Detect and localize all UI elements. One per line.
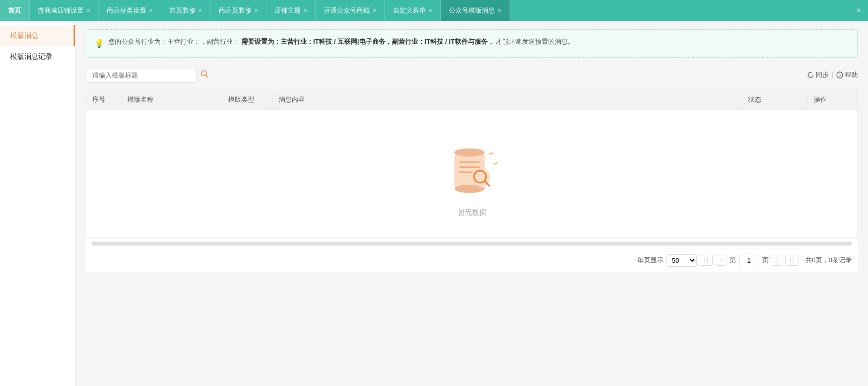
- page-first-button[interactable]: ⟨⟨: [700, 255, 713, 266]
- nav-tab-theme[interactable]: 店铺主题 ×: [266, 0, 316, 21]
- page-input[interactable]: [739, 255, 759, 266]
- nav-tab-theme-close[interactable]: ×: [304, 7, 307, 14]
- sidebar-item-template[interactable]: 模版消息: [0, 25, 75, 46]
- page-last-button[interactable]: ⟩⟩: [785, 255, 798, 266]
- empty-illustration: [442, 140, 502, 200]
- nav-tab-open-mall-close[interactable]: ×: [373, 7, 376, 14]
- divider: |: [832, 71, 833, 79]
- page-unit: 页: [762, 256, 769, 265]
- svg-line-1: [206, 75, 208, 78]
- sync-button[interactable]: 同步: [807, 70, 829, 80]
- sync-icon: [807, 71, 814, 79]
- search-bar: 同步 | ? 帮助: [86, 68, 858, 83]
- notice-text-before: 您的公众号行业为：主营行业：，副营行业：: [108, 38, 239, 45]
- page-size-label: 每页显示: [637, 256, 663, 265]
- top-nav: 首页 微商城店铺设置 × 商品分类设置 × 首页装修 × 商品页装修 × 店铺主…: [0, 0, 868, 21]
- help-button[interactable]: ? 帮助: [836, 70, 858, 80]
- scroll-track-wrap: [86, 238, 858, 249]
- nav-tab-template-msg-close[interactable]: ×: [498, 7, 501, 14]
- nav-tab-product-decor[interactable]: 商品页装修 ×: [211, 0, 266, 21]
- sidebar-item-template-record[interactable]: 模版消息记录: [0, 46, 75, 67]
- nav-tab-weshop-close[interactable]: ×: [87, 7, 90, 14]
- notice-text: 您的公众号行业为：主营行业：，副营行业： 需要设置为：主营行业：IT科技 / 互…: [108, 37, 574, 47]
- main-layout: 模版消息 模版消息记录 💡 您的公众号行业为：主营行业：，副营行业： 需要设置为…: [0, 21, 868, 386]
- table-header-row: 序号 模版名称 模版类型 消息内容 状态 操作: [86, 90, 858, 109]
- data-table: 序号 模版名称 模版类型 消息内容 状态 操作: [86, 90, 858, 238]
- nav-tab-theme-label: 店铺主题: [275, 6, 301, 15]
- nav-tab-template-msg-label: 公众号模版消息: [449, 6, 495, 15]
- search-right: 同步 | ? 帮助: [807, 70, 858, 80]
- nav-tab-category-label: 商品分类设置: [107, 6, 146, 15]
- nav-tab-home[interactable]: 首页: [0, 0, 30, 21]
- nav-tab-product-decor-close[interactable]: ×: [254, 7, 258, 14]
- nav-tab-category[interactable]: 商品分类设置 ×: [99, 0, 161, 21]
- nav-tab-open-mall[interactable]: 开通公众号商城 ×: [316, 0, 385, 21]
- empty-state: 暂无数据: [86, 110, 857, 238]
- nav-tab-custom-menu-label: 自定义菜单: [393, 6, 426, 15]
- col-type: 模版类型: [222, 90, 273, 109]
- svg-text:?: ?: [839, 73, 841, 78]
- nav-tab-open-mall-label: 开通公众号商城: [324, 6, 370, 15]
- nav-tab-template-msg[interactable]: 公众号模版消息 ×: [441, 0, 510, 21]
- empty-text: 暂无数据: [458, 208, 486, 217]
- search-left: [86, 68, 209, 83]
- content-area: 💡 您的公众号行业为：主营行业：，副营行业： 需要设置为：主营行业：IT科技 /…: [76, 21, 868, 386]
- close-all-button[interactable]: ×: [849, 6, 868, 15]
- svg-point-6: [454, 148, 485, 157]
- search-button[interactable]: [201, 70, 209, 80]
- nav-tab-custom-menu[interactable]: 自定义菜单 ×: [385, 0, 441, 21]
- notice-box: 💡 您的公众号行业为：主营行业：，副营行业： 需要设置为：主营行业：IT科技 /…: [86, 29, 858, 58]
- search-input[interactable]: [86, 68, 196, 83]
- nav-tab-home-label: 首页: [8, 6, 21, 15]
- sync-label: 同步: [816, 70, 829, 80]
- nav-tab-custom-menu-close[interactable]: ×: [429, 7, 432, 14]
- nav-tab-category-close[interactable]: ×: [149, 7, 153, 14]
- nav-tab-weshop[interactable]: 微商城店铺设置 ×: [30, 0, 99, 21]
- col-content: 消息内容: [273, 90, 742, 109]
- page-next-button[interactable]: ⟩: [772, 255, 782, 266]
- page-prev-button[interactable]: ⟨: [716, 255, 726, 266]
- nav-tab-home-decor-label: 首页装修: [169, 6, 195, 15]
- col-action: 操作: [808, 90, 858, 109]
- pagination: 每页显示 50 10 20 100 ⟨⟨ ⟨ 第 页 ⟩ ⟩⟩ 共0页，0条记录: [86, 249, 858, 272]
- sidebar-item-template-label: 模版消息: [10, 31, 38, 39]
- sidebar-item-template-record-label: 模版消息记录: [10, 52, 52, 60]
- col-index: 序号: [86, 90, 121, 109]
- scroll-track[interactable]: [92, 242, 852, 246]
- search-icon: [201, 70, 209, 78]
- col-name: 模版名称: [121, 90, 222, 109]
- nav-tab-product-decor-label: 商品页装修: [219, 6, 251, 15]
- page-label: 第: [729, 256, 736, 265]
- notice-highlight: 需要设置为：主营行业：IT科技 / 互联网|电子商务，副营行业：IT科技 / I…: [241, 38, 494, 45]
- page-total-info: 共0页，0条记录: [806, 256, 852, 265]
- col-status: 状态: [742, 90, 808, 109]
- page-size-select[interactable]: 50 10 20 100: [666, 254, 697, 267]
- notice-icon: 💡: [94, 37, 104, 50]
- nav-tab-home-decor-close[interactable]: ×: [198, 7, 202, 14]
- help-label: 帮助: [845, 70, 858, 80]
- notice-text-after: 才能正常发送预置的消息。: [496, 38, 574, 45]
- nav-tab-weshop-label: 微商城店铺设置: [38, 6, 84, 15]
- help-icon: ?: [836, 71, 843, 79]
- sidebar: 模版消息 模版消息记录: [0, 21, 76, 386]
- nav-tab-home-decor[interactable]: 首页装修 ×: [161, 0, 211, 21]
